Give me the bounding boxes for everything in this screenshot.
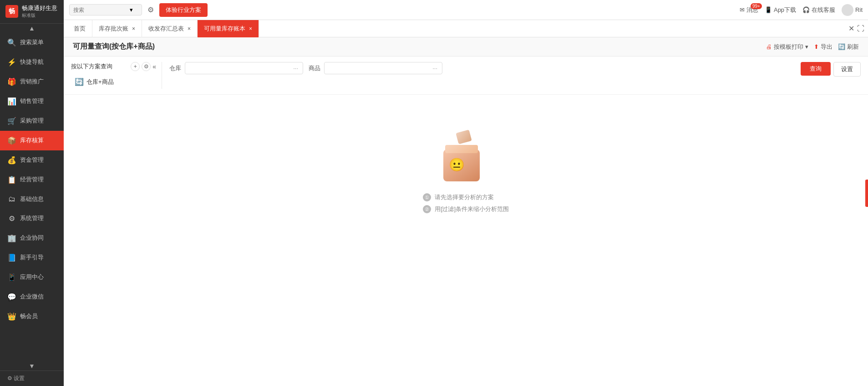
tab-close-batch[interactable]: × <box>132 26 135 32</box>
tab-receipt-summary[interactable]: 收发存汇总表 × <box>142 20 198 37</box>
user-name: Rit <box>855 6 863 13</box>
tab-close-receipt[interactable]: × <box>188 26 191 32</box>
scheme-panel: 按以下方案查询 + ⚙ « 🔄 仓库+商品 <box>71 62 162 89</box>
sidebar-item-basic-info[interactable]: 🗂 基础信息 <box>0 190 64 209</box>
app-download-btn[interactable]: 📱 App下载 <box>765 6 796 14</box>
scheme-item-warehouse-goods[interactable]: 🔄 仓库+商品 <box>71 75 156 89</box>
print-icon: 🖨 <box>766 43 772 50</box>
gift-icon: 🎁 <box>7 77 16 86</box>
phone-icon: 📱 <box>765 6 772 13</box>
headset-icon: 🎧 <box>802 6 810 13</box>
message-btn[interactable]: ✉ 消息 99+ <box>740 6 758 14</box>
empty-tip-2: ② 用[过滤]条件来缩小分析范围 <box>423 205 509 213</box>
money-icon: 💰 <box>7 156 16 165</box>
message-icon: ✉ <box>740 6 745 13</box>
search-icon: 🔍 <box>7 38 16 47</box>
tab-close-available[interactable]: × <box>249 26 252 32</box>
settings-icon: ⚙ <box>7 214 16 223</box>
illustration-top <box>445 145 478 153</box>
query-section: 按以下方案查询 + ⚙ « 🔄 仓库+商品 仓库 <box>64 57 868 95</box>
warehouse-more-btn[interactable]: ··· <box>292 65 299 72</box>
goods-filter-group: 商品 ··· <box>309 62 442 74</box>
tab-window-controls: ✕ ⛶ <box>848 24 864 33</box>
tip-number-1: ① <box>423 193 431 201</box>
sidebar-item-operations[interactable]: 📋 经营管理 <box>0 170 64 190</box>
sidebar: 畅 畅康通好生意 标准版 ▲ 🔍 搜索菜单 ⚡ 快捷导航 🎁 营销推广 📊 销售… <box>0 0 64 386</box>
sidebar-item-purchase[interactable]: 🛒 采购管理 <box>0 111 64 131</box>
chart-icon: 📊 <box>7 97 16 106</box>
sidebar-item-onboarding[interactable]: 📘 新手引导 <box>0 248 64 268</box>
tab-available-ledger[interactable]: 可用量库存账本 × <box>198 20 259 37</box>
sidebar-item-wechat[interactable]: 💬 企业微信 <box>0 287 64 307</box>
empty-text: ① 请先选择要分析的方案 ② 用[过滤]条件来缩小分析范围 <box>423 193 509 213</box>
folder-icon: 🗂 <box>7 195 16 203</box>
message-badge: 99+ <box>751 3 762 9</box>
logo-icon: 畅 <box>5 5 18 18</box>
user-avatar <box>842 4 853 16</box>
refresh-btn[interactable]: 🔄 刷新 <box>838 43 859 51</box>
filter-actions: 查询 设置 <box>801 62 861 89</box>
goods-input[interactable]: ··· <box>324 62 442 74</box>
print-dropdown-icon: ▾ <box>805 43 808 50</box>
edit-scheme-btn[interactable]: ⚙ <box>142 62 151 71</box>
app-name: 畅康通好生意 <box>22 5 57 12</box>
scheme-title-text: 按以下方案查询 <box>71 62 112 71</box>
mobile-icon: 📱 <box>7 273 16 282</box>
tab-maximize-btn[interactable]: ⛶ <box>857 25 864 33</box>
building-icon: 🏢 <box>7 234 16 242</box>
sidebar-item-finance[interactable]: 💰 资金管理 <box>0 150 64 170</box>
illustration-face: 😐 <box>449 157 465 172</box>
sidebar-item-search[interactable]: 🔍 搜索菜单 <box>0 33 64 52</box>
collapse-scheme-btn[interactable]: « <box>152 62 156 71</box>
right-scroll-indicator[interactable] <box>865 180 868 207</box>
main-area: ▾ ⚙ 体验行业方案 ✉ 消息 99+ 📱 App下载 🎧 在线客服 Rit <box>64 0 868 386</box>
export-btn[interactable]: ⬆ 导出 <box>814 43 832 51</box>
warehouse-text-input[interactable] <box>189 65 292 72</box>
print-template-btn[interactable]: 🖨 按模板打印 ▾ <box>766 43 808 51</box>
warehouse-input[interactable]: ··· <box>185 62 303 74</box>
tab-home[interactable]: 首页 <box>67 20 92 37</box>
export-icon: ⬆ <box>814 43 819 50</box>
tip-number-2: ② <box>423 205 431 213</box>
sidebar-scroll-down[interactable]: ▼ <box>0 361 64 371</box>
sidebar-item-quick-nav[interactable]: ⚡ 快捷导航 <box>0 52 64 72</box>
goods-more-btn[interactable]: ··· <box>431 65 438 72</box>
sidebar-footer-settings[interactable]: ⚙ 设置 <box>0 371 64 386</box>
gear-button[interactable]: ⚙ <box>146 5 156 15</box>
user-profile[interactable]: Rit <box>842 4 863 16</box>
sidebar-item-marketing[interactable]: 🎁 营销推广 <box>0 72 64 92</box>
query-btn[interactable]: 查询 <box>801 62 831 76</box>
empty-illustration: 😐 <box>439 131 493 186</box>
page-title-actions: 🖨 按模板打印 ▾ ⬆ 导出 🔄 刷新 <box>766 43 859 51</box>
sidebar-scroll-up[interactable]: ▲ <box>0 24 64 33</box>
tab-close-all-btn[interactable]: ✕ <box>848 24 854 33</box>
goods-text-input[interactable] <box>328 65 431 72</box>
online-service-btn[interactable]: 🎧 在线客服 <box>802 6 835 14</box>
sidebar-menu: 🔍 搜索菜单 ⚡ 快捷导航 🎁 营销推广 📊 销售管理 🛒 采购管理 📦 库存核… <box>0 33 64 361</box>
sidebar-item-membership[interactable]: 👑 畅会员 <box>0 307 64 326</box>
empty-state: 😐 ① 请先选择要分析的方案 ② 用[过滤]条件来缩小分析范围 <box>64 95 868 250</box>
sidebar-item-inventory[interactable]: 📦 库存核算 <box>0 131 64 150</box>
empty-tip-1: ① 请先选择要分析的方案 <box>423 193 509 201</box>
goods-label: 商品 <box>309 64 320 72</box>
warehouse-label: 仓库 <box>169 64 181 72</box>
tab-bar: 首页 库存批次账 × 收发存汇总表 × 可用量库存账本 × ✕ ⛶ <box>64 20 868 37</box>
trial-btn[interactable]: 体验行业方案 <box>159 3 208 17</box>
illustration-arm <box>456 130 472 144</box>
book-icon: 📘 <box>7 253 16 262</box>
search-input[interactable] <box>73 7 128 13</box>
scheme-sync-icon: 🔄 <box>75 77 84 86</box>
content-area: 可用量查询(按仓库+商品) 🖨 按模板打印 ▾ ⬆ 导出 🔄 刷新 <box>64 37 868 386</box>
app-badge: 标准版 <box>22 12 57 19</box>
sidebar-item-sales[interactable]: 📊 销售管理 <box>0 92 64 111</box>
add-scheme-btn[interactable]: + <box>131 62 140 71</box>
sidebar-item-system[interactable]: ⚙ 系统管理 <box>0 209 64 228</box>
search-dropdown-icon[interactable]: ▾ <box>130 6 133 13</box>
wechat-icon: 💬 <box>7 293 16 301</box>
tab-batch-account[interactable]: 库存批次账 × <box>92 20 142 37</box>
settings-btn[interactable]: 设置 <box>833 62 861 77</box>
warehouse-filter-group: 仓库 ··· <box>169 62 303 74</box>
settings-label: ⚙ 设置 <box>7 375 25 381</box>
sidebar-item-app-center[interactable]: 📱 应用中心 <box>0 268 64 287</box>
sidebar-item-enterprise[interactable]: 🏢 企业协同 <box>0 228 64 248</box>
